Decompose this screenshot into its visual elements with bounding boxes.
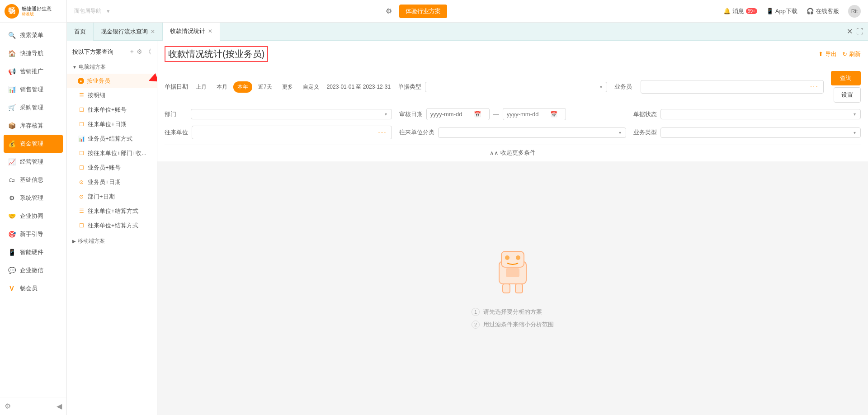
marketing-icon: 📢 [7,67,16,76]
sidebar-item-purchase[interactable]: 🛒 采购管理 [0,99,66,117]
purchase-icon: 🛒 [7,103,16,112]
sidebar-item-quick-nav[interactable]: 🏠 快捷导航 [0,44,66,62]
partner-more-dots[interactable]: ··· [378,128,387,137]
online-service-item[interactable]: 🎧 在线客服 [807,7,839,15]
notifications-item[interactable]: 🔔 消息 99+ [723,7,757,15]
sidebar-settings-icon[interactable]: ⚙ [5,402,11,410]
collapse-up-icon: ∧∧ [490,150,499,156]
empty-steps: 1 请先选择要分析的方案 2 用过滤条件来缩小分析范围 [472,308,554,333]
menu-item-partner-date[interactable]: ☐ 往来单位+日期 [67,117,157,132]
tab-bank-flow-close[interactable]: ✕ [151,28,155,35]
partner-select[interactable]: ··· [192,126,392,139]
menu-item-dept-date[interactable]: ⊙ 部门+日期 [67,189,157,204]
window-maximize-icon[interactable]: ⛶ [856,28,863,36]
menu-item-partner-account[interactable]: ☐ 往来单位+账号 [67,103,157,117]
biz-type-label: 业务类型 [633,128,657,137]
left-panel: 按以下方案查询 + ⚙ 《 ▼ 电脑端方案 ● 按业务员 ☰ [67,41,157,415]
date-tab-this-month[interactable]: 本月 [212,81,231,93]
filter-actions: 查询 设置 [831,71,861,103]
menu-item-by-detail[interactable]: ☰ 按明细 [67,88,157,103]
settings-scheme-icon[interactable]: ⚙ [137,48,142,56]
sidebar-item-search-menu[interactable]: 🔍 搜索菜单 [0,26,66,44]
add-scheme-icon[interactable]: + [130,48,134,56]
tabbar-end: ✕ ⛶ [220,27,868,36]
sidebar-collapse-icon[interactable]: ◀ [57,402,62,410]
mobile-section: ▶ 移动端方案 [67,235,157,248]
sidebar-item-member[interactable]: V 畅会员 [0,279,66,297]
doc-status-select[interactable]: ▾ [660,109,861,119]
menu-item-partner-dept-coll[interactable]: ☐ 按往来单位+部门+收... [67,146,157,160]
sidebar-item-finance[interactable]: 💰 资金管理 [4,135,63,153]
tab-collection-stats[interactable]: 收款情况统计 ✕ [163,23,220,41]
partner-filter: 往来单位 ··· [165,126,392,139]
collapse-button[interactable]: ∧∧ 收起更多条件 [490,149,536,157]
svg-rect-6 [515,284,523,293]
staff-select[interactable]: ··· [641,80,824,94]
trial-button[interactable]: 体验行业方案 [399,5,447,18]
review-date-start-input[interactable]: 📅 [426,108,490,120]
date-tab-this-year[interactable]: 本年 [233,81,252,93]
mobile-section-title[interactable]: ▶ 移动端方案 [67,235,157,248]
window-close-icon[interactable]: ✕ [847,27,853,36]
notification-badge: 99+ [746,8,757,14]
biz-type-select[interactable]: ▾ [660,127,861,138]
sales-icon: 📊 [7,85,16,94]
topbar-right: 🔔 消息 99+ 📱 App下载 🎧 在线客服 Rit [723,5,861,18]
sidebar-item-enterprise[interactable]: 🤝 企业协同 [0,207,66,225]
review-date-end-input[interactable]: 📅 [503,108,566,120]
menu-item-partner-settlement1[interactable]: ☰ 往来单位+结算方式 [67,204,157,218]
member-icon: V [7,284,16,293]
sidebar-bottom: ⚙ ◀ [0,397,66,415]
menu-item-staff-account[interactable]: ☐ 业务员+账号 [67,160,157,175]
menu-item-staff-date[interactable]: ⊙ 业务员+日期 [67,175,157,189]
collapse-panel-icon[interactable]: 《 [145,48,151,56]
query-button[interactable]: 查询 [831,71,861,85]
sidebar-item-basic-info[interactable]: 🗂 基础信息 [0,171,66,189]
desktop-section-title[interactable]: ▼ 电脑端方案 [67,61,157,74]
partner-category-select[interactable]: ▾ [438,127,627,138]
sidebar-item-inventory[interactable]: 📦 库存核算 [0,117,66,135]
user-avatar-item[interactable]: Rit [848,5,861,18]
tab-home[interactable]: 首页 [67,23,94,41]
sidebar-item-smart-hw[interactable]: 📱 智能硬件 [0,243,66,261]
app-download-item[interactable]: 📱 App下载 [766,7,797,15]
menu-item-partner-settlement2[interactable]: ☐ 往来单位+结算方式 [67,218,157,233]
search-menu-icon: 🔍 [7,31,16,40]
menu-item-staff-settlement[interactable]: 📊 业务员+结算方式 [67,132,157,146]
dept-select[interactable]: ▾ [191,109,392,119]
refresh-button[interactable]: ↻ 刷新 [842,50,861,58]
sidebar-item-sales[interactable]: 📊 销售管理 [0,80,66,99]
review-start-field[interactable] [430,111,471,118]
tab-bank-flow[interactable]: 现金银行流水查询 ✕ [94,23,163,41]
service-icon: 🎧 [807,8,814,14]
topbar: 面包屑导航 ▾ ⚙ 体验行业方案 🔔 消息 99+ 📱 App下载 🎧 在线客服 [67,0,868,23]
sidebar-item-system[interactable]: ⚙ 系统管理 [0,189,66,207]
topbar-settings-icon[interactable]: ⚙ [386,7,392,15]
menu-item-by-staff[interactable]: ● 按业务员 [67,74,157,88]
doc-type-select[interactable]: ▾ [425,82,607,92]
sidebar-item-guide[interactable]: 🎯 新手引导 [0,225,66,243]
svg-point-2 [505,255,509,260]
calendar-start-icon[interactable]: 📅 [474,111,481,118]
staff-more-dots[interactable]: ··· [810,83,819,91]
export-button[interactable]: ⬆ 导出 [818,50,837,58]
breadcrumb: 面包屑导航 [74,7,101,15]
review-end-field[interactable] [507,111,547,118]
date-tab-more[interactable]: 更多 [278,81,297,93]
filter-settings-button[interactable]: 设置 [834,87,861,103]
date-tab-custom[interactable]: 自定义 [299,81,323,93]
export-icon: ⬆ [818,51,823,57]
sidebar-item-marketing[interactable]: 📢 营销推广 [0,62,66,80]
topbar-dropdown-icon[interactable]: ▾ [107,8,110,14]
partner-set2-icon: ☐ [78,222,85,229]
sidebar-item-operations[interactable]: 📈 经营管理 [0,153,66,171]
calendar-end-icon[interactable]: 📅 [550,111,557,118]
tab-collection-stats-close[interactable]: ✕ [208,28,212,34]
doc-status-filter: 单据状态 ▾ [633,109,861,119]
date-tab-last-7[interactable]: 近7天 [254,81,276,93]
sidebar-item-wechat[interactable]: 💬 企业微信 [0,261,66,279]
partner-date-icon: ☐ [78,121,85,128]
content-area: 按以下方案查询 + ⚙ 《 ▼ 电脑端方案 ● 按业务员 ☰ [67,41,868,415]
date-separator: — [493,111,499,118]
date-tab-last-month[interactable]: 上月 [192,81,211,93]
